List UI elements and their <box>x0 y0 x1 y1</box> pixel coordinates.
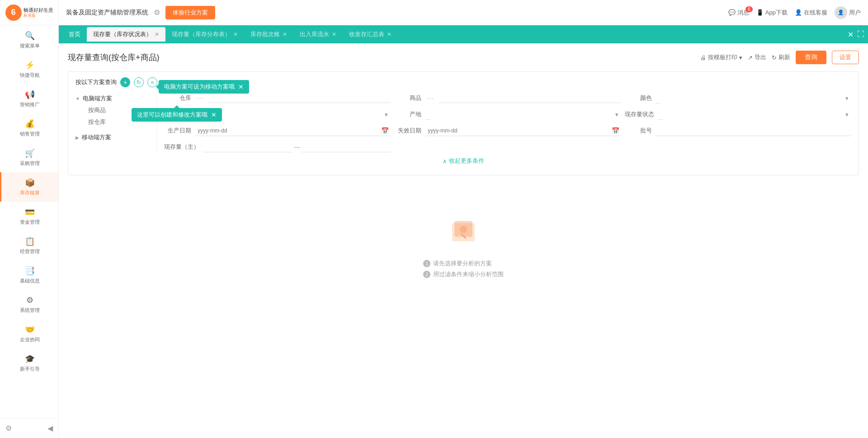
tab-inventory-dist[interactable]: 现存量（库存分布表） ✕ <box>165 27 244 42</box>
filter-goods-field: 商品 ··· <box>394 93 621 104</box>
tab-close-inventory-status[interactable]: ✕ <box>155 31 159 38</box>
sidebar-item-sales[interactable]: 💰 销售管理 <box>0 113 58 143</box>
setting-button[interactable]: 设置 <box>832 51 859 64</box>
color-select[interactable] <box>656 93 661 104</box>
origin-select[interactable] <box>425 109 430 120</box>
user-avatar: 👤 <box>835 6 847 19</box>
print-dropdown-icon: ▾ <box>739 54 742 61</box>
sidebar-item-finance[interactable]: 💳 资金管理 <box>0 202 58 231</box>
mobile-group-arrow: ▶ <box>75 135 79 140</box>
management-icon: 📋 <box>25 236 35 246</box>
export-button[interactable]: ↗ 导出 <box>748 53 766 61</box>
data-placeholder: 1 请先选择要分析的方案 2 用过滤条件来缩小分析范围 <box>423 214 504 281</box>
status-select-wrap <box>658 109 851 120</box>
sidebar-item-search[interactable]: 🔍 搜索菜单 <box>0 25 58 55</box>
filter-warehouse-field: 仓库 ··· <box>164 93 391 104</box>
filter-fields: 仓库 ··· 商品 ··· 颜色 <box>157 93 851 152</box>
tab-close-all-icon[interactable]: ✕ <box>848 30 854 39</box>
scheme-group-pc-header[interactable]: ▼ 电脑端方案 <box>75 93 151 104</box>
online-support-item[interactable]: 👤 在线客服 <box>795 9 827 17</box>
print-button[interactable]: 🖨 按模板打印 ▾ <box>700 53 742 61</box>
trial-button[interactable]: 体验行业方案 <box>165 6 215 19</box>
app-download-item[interactable]: 📱 App下载 <box>756 9 788 17</box>
refresh-button[interactable]: ↻ 刷新 <box>772 53 790 61</box>
scheme-group-mobile-header[interactable]: ▶ 移动端方案 <box>75 132 151 143</box>
svg-point-4 <box>458 234 461 236</box>
tabs-right-actions: ✕ ⛶ <box>848 30 864 39</box>
goods-dots[interactable]: ··· <box>427 94 434 103</box>
sidebar-bottom: ⚙ ◀ <box>0 418 58 438</box>
filter-status-field: 现存量状态 <box>625 109 851 120</box>
filter-refresh-button[interactable]: ↻ <box>134 77 144 87</box>
tab-inventory-batch[interactable]: 库存批次账 ✕ <box>244 27 293 42</box>
sidebar-item-quicknav[interactable]: ⚡ 快捷导航 <box>0 55 58 84</box>
sidebar-item-basic[interactable]: 📑 基础信息 <box>0 260 58 290</box>
expire-date-wrap: 📅 <box>425 126 621 136</box>
guide-icon: 🎓 <box>25 354 35 364</box>
refresh-icon: ↻ <box>772 54 777 61</box>
tab-close-inventory-dist[interactable]: ✕ <box>233 31 238 38</box>
tab-home[interactable]: 首页 <box>62 27 87 42</box>
message-icon: 💬 <box>728 9 736 16</box>
tab-close-inventory-batch[interactable]: ✕ <box>283 31 287 38</box>
sidebar-item-guide[interactable]: 🎓 新手引导 <box>0 349 58 378</box>
hint-1: 1 请先选择要分析的方案 <box>423 259 504 268</box>
page-actions: 🖨 按模板打印 ▾ ↗ 导出 ↻ 刷新 查询 设置 <box>700 51 859 64</box>
pc-group-arrow: ▼ <box>75 96 80 101</box>
settings-bottom-icon[interactable]: ⚙ <box>5 424 12 433</box>
filter-expire-date-field: 失效日期 📅 <box>394 125 621 136</box>
expire-date-calendar-icon[interactable]: 📅 <box>612 127 619 134</box>
filter-quantity-field: 现存量（主） — <box>164 141 391 152</box>
tab-maximize-icon[interactable]: ⛶ <box>857 30 864 38</box>
sidebar-item-marketing[interactable]: 📢 营销推广 <box>0 84 58 113</box>
query-button[interactable]: 查询 <box>796 51 826 64</box>
sidebar-item-system[interactable]: ⚙ 系统管理 <box>0 290 58 319</box>
filter-batch-field: 批号 <box>625 125 851 136</box>
message-item[interactable]: 💬 消息 6 <box>728 9 749 17</box>
sidebar-item-management[interactable]: 📋 经营管理 <box>0 231 58 260</box>
quantity-to-input[interactable] <box>302 141 391 152</box>
logo-area: 6 畅通好好生意 标准版 <box>0 0 58 25</box>
basic-icon: 📑 <box>25 266 35 276</box>
expire-date-input[interactable] <box>425 126 621 136</box>
tab-inventory-status[interactable]: 现存量（库存状况表） ✕ <box>87 27 165 42</box>
main-content: 现存量查询(按仓库+商品) 🖨 按模板打印 ▾ ↗ 导出 ↻ 刷新 查询 设置 <box>59 43 868 438</box>
batch-input[interactable] <box>656 125 851 136</box>
produce-date-input[interactable] <box>195 126 391 136</box>
tab-inventory-flow[interactable]: 出入库流水 ✕ <box>293 27 343 42</box>
sidebar-item-inventory[interactable]: 📦 库存核算 <box>0 172 58 202</box>
user-item[interactable]: 👤 用户 <box>835 6 861 19</box>
logo-icon: 6 <box>5 5 22 21</box>
logo-text: 畅通好好生意 标准版 <box>24 7 53 19</box>
filter-row-4: 现存量（主） — <box>164 141 851 152</box>
status-select[interactable] <box>658 109 663 120</box>
color-select-wrap <box>656 93 851 104</box>
filter-row-1: 仓库 ··· 商品 ··· 颜色 <box>164 93 851 104</box>
filter-origin-field: 产地 <box>394 109 621 120</box>
filter-add-button[interactable]: + <box>120 77 130 87</box>
collapse-sidebar-icon[interactable]: ◀ <box>47 424 53 433</box>
warehouse-dots[interactable]: ··· <box>197 94 203 103</box>
collapse-bar[interactable]: ∧ 收起更多条件 <box>75 152 851 170</box>
edit-tooltip-close[interactable]: ✕ <box>211 111 217 118</box>
scheme-tooltip-close[interactable]: ✕ <box>238 83 244 90</box>
filter-row-2: 尺码 产地 现存量状态 <box>164 109 851 120</box>
finance-icon: 💳 <box>25 207 35 217</box>
sidebar: 6 畅通好好生意 标准版 🔍 搜索菜单 ⚡ 快捷导航 📢 营销推广 💰 销售管理… <box>0 0 59 438</box>
marketing-icon: 📢 <box>25 89 35 99</box>
export-icon: ↗ <box>748 54 753 61</box>
tab-close-inventory-flow[interactable]: ✕ <box>332 31 336 38</box>
sidebar-item-enterprise[interactable]: 🤝 企业协同 <box>0 319 58 349</box>
header: 装备及固定资产辅助管理系统 ⚙ 体验行业方案 💬 消息 6 📱 App下载 👤 … <box>59 0 868 25</box>
produce-date-calendar-icon[interactable]: 📅 <box>381 127 389 134</box>
quantity-from-input[interactable] <box>203 141 292 152</box>
data-illustration <box>445 214 481 250</box>
notification-badge: 6 <box>745 6 753 12</box>
tab-inventory-summary[interactable]: 收发存汇总表 ✕ <box>343 27 398 42</box>
tab-close-inventory-summary[interactable]: ✕ <box>387 31 392 38</box>
header-settings-icon[interactable]: ⚙ <box>154 8 160 17</box>
search-menu-icon: 🔍 <box>25 31 35 41</box>
print-icon: 🖨 <box>700 54 706 61</box>
inventory-icon: 📦 <box>25 178 35 188</box>
sidebar-item-purchase[interactable]: 🛒 采购管理 <box>0 143 58 172</box>
